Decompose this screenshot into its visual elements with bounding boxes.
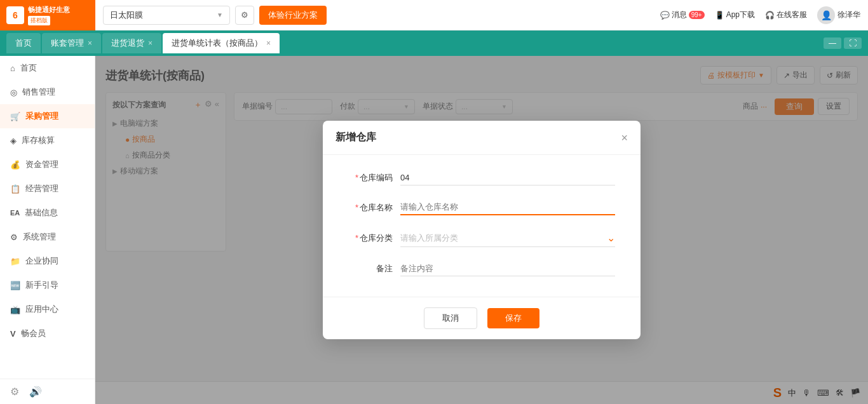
logo-area: 6 畅捷通好生意 搭档版 [0, 0, 95, 30]
messages-badge: 99+ [689, 11, 705, 19]
category-dropdown-icon: ⌄ [607, 232, 615, 244]
sidebar-sales-label: 销售管理 [22, 86, 55, 98]
logo-text: 畅捷通好生意 搭档版 [28, 5, 70, 25]
modal: 新增仓库 × *仓库编码 *仓库名称 [323, 121, 641, 339]
sidebar-system-label: 系统管理 [23, 231, 56, 243]
tab-maximize[interactable]: ⛶ [844, 37, 862, 49]
sidebar-bottom: ⚙ 🔊 [0, 379, 95, 404]
tab-account[interactable]: 账套管理 × [42, 33, 101, 53]
modal-title: 新增仓库 [336, 131, 376, 144]
trial-button[interactable]: 体验行业方案 [259, 6, 327, 25]
sidebar: ⌂ 首页 ◎ 销售管理 🛒 采购管理 ◈ 库存核算 💰 资金管理 📋 经营管理 … [0, 56, 95, 404]
sidebar-item-purchase[interactable]: 🛒 采购管理 [0, 104, 95, 128]
headset-icon: 🎧 [765, 11, 775, 20]
avatar: 👤 [817, 6, 835, 24]
user-area[interactable]: 👤 徐泽华 [817, 6, 860, 24]
modal-overlay: 新增仓库 × *仓库编码 *仓库名称 [95, 56, 868, 404]
sidebar-item-apps[interactable]: 📺 应用中心 [0, 297, 95, 321]
sidebar-item-operations[interactable]: 📋 经营管理 [0, 177, 95, 201]
sidebar-basicinfo-label: 基础信息 [25, 207, 58, 219]
messages-item[interactable]: 💬 消息 99+ [660, 10, 705, 20]
sidebar-home-label: 首页 [20, 62, 37, 74]
category-label: *仓库分类 [348, 232, 393, 244]
basicinfo-icon: EA [10, 209, 20, 217]
sidebar-item-member[interactable]: V 畅会员 [0, 321, 95, 346]
modal-footer: 取消 保存 [323, 297, 641, 339]
sidebar-item-basicinfo[interactable]: EA 基础信息 [0, 201, 95, 225]
note-label: 备注 [348, 263, 393, 274]
cancel-button[interactable]: 取消 [424, 307, 477, 329]
search-value: 日太阳膜 [110, 10, 213, 21]
home-icon: ⌂ [10, 64, 15, 73]
app-download-item[interactable]: 📱 App下载 [715, 10, 755, 20]
logo-icon: 6 [6, 6, 24, 24]
purchase-icon: 🛒 [10, 112, 20, 121]
inventory-icon: ◈ [10, 136, 17, 145]
code-input[interactable] [400, 170, 615, 185]
system-icon: ⚙ [10, 232, 18, 242]
save-button[interactable]: 保存 [487, 308, 539, 328]
search-dropdown-icon: ▼ [217, 11, 223, 18]
sidebar-collab-label: 企业协同 [25, 255, 58, 267]
header-right: 💬 消息 99+ 📱 App下载 🎧 在线客服 👤 徐泽华 [660, 6, 868, 24]
form-row-name: *仓库名称 [348, 199, 615, 215]
sidebar-item-finance[interactable]: 💰 资金管理 [0, 152, 95, 177]
sidebar-item-guide[interactable]: 🆕 新手引导 [0, 273, 95, 297]
sidebar-item-collab[interactable]: 📁 企业协同 [0, 249, 95, 273]
main-layout: ⌂ 首页 ◎ 销售管理 🛒 采购管理 ◈ 库存核算 💰 资金管理 📋 经营管理 … [0, 56, 868, 404]
messages-label: 消息 [672, 10, 687, 20]
online-service-item[interactable]: 🎧 在线客服 [765, 10, 807, 20]
tab-active[interactable]: 进货单统计表（按商品） × [163, 33, 280, 53]
form-row-category: *仓库分类 请输入所属分类 ⌄ [348, 229, 615, 247]
collab-icon: 📁 [10, 257, 20, 266]
tab-bar: 首页 账套管理 × 进货退货 × 进货单统计表（按商品） × — ⛶ [0, 30, 868, 56]
finance-icon: 💰 [10, 160, 20, 170]
sidebar-item-system[interactable]: ⚙ 系统管理 [0, 225, 95, 249]
form-row-note: 备注 [348, 261, 615, 276]
tab-controls: — ⛶ [824, 37, 862, 49]
tab-account-close[interactable]: × [88, 39, 92, 48]
sidebar-item-home[interactable]: ⌂ 首页 [0, 56, 95, 80]
tab-active-close[interactable]: × [266, 39, 271, 48]
modal-close-button[interactable]: × [621, 132, 628, 144]
sidebar-finance-label: 资金管理 [25, 159, 58, 170]
sidebar-apps-label: 应用中心 [25, 304, 58, 315]
sales-icon: ◎ [10, 88, 17, 97]
search-bar[interactable]: 日太阳膜 ▼ [103, 6, 230, 25]
logo-badge: 搭档版 [28, 16, 50, 25]
category-select[interactable]: 请输入所属分类 ⌄ [400, 229, 615, 247]
tab-active-label: 进货单统计表（按商品） [172, 37, 262, 49]
tab-minimize[interactable]: — [824, 37, 841, 49]
tab-home[interactable]: 首页 [6, 33, 41, 53]
sidebar-item-inventory[interactable]: ◈ 库存核算 [0, 128, 95, 152]
form-row-code: *仓库编码 [348, 170, 615, 185]
tab-purchase-return-close[interactable]: × [148, 39, 153, 48]
messages-icon: 💬 [660, 11, 670, 20]
sidebar-item-sales[interactable]: ◎ 销售管理 [0, 80, 95, 104]
sidebar-settings-icon[interactable]: ⚙ [10, 386, 19, 398]
tab-purchase-return[interactable]: 进货退货 × [102, 33, 161, 53]
name-input[interactable] [400, 199, 615, 215]
sidebar-inventory-label: 库存核算 [22, 135, 55, 146]
phone-icon: 📱 [715, 11, 724, 20]
top-header: 6 畅捷通好生意 搭档版 日太阳膜 ▼ ⚙ 体验行业方案 💬 消息 99+ 📱 … [0, 0, 868, 30]
sidebar-guide-label: 新手引导 [25, 279, 58, 291]
content-area: 进货单统计(按商品) 🖨 按模板打印 ▼ ↗ 导出 ↺ 刷新 [95, 56, 868, 404]
code-label: *仓库编码 [348, 172, 393, 184]
tab-purchase-return-label: 进货退货 [111, 37, 144, 49]
tab-home-label: 首页 [15, 37, 32, 49]
category-placeholder: 请输入所属分类 [400, 232, 607, 244]
name-label: *仓库名称 [348, 202, 393, 213]
operations-icon: 📋 [10, 184, 20, 194]
sidebar-volume-icon[interactable]: 🔊 [29, 386, 42, 398]
tab-account-label: 账套管理 [51, 37, 84, 49]
note-input[interactable] [400, 261, 615, 276]
online-service-label: 在线客服 [776, 10, 807, 20]
user-name: 徐泽华 [837, 10, 860, 20]
sidebar-member-label: 畅会员 [21, 328, 46, 339]
apps-icon: 📺 [10, 305, 20, 314]
sidebar-purchase-label: 采购管理 [25, 111, 58, 122]
gear-button[interactable]: ⚙ [235, 6, 254, 25]
modal-header: 新增仓库 × [323, 121, 641, 155]
app-download-label: App下载 [726, 10, 755, 20]
